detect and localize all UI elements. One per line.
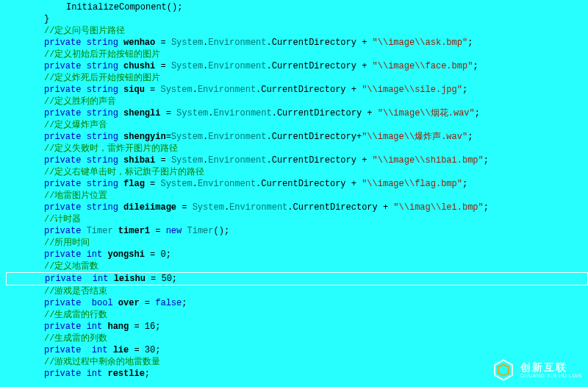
comment: //定义炸死后开始按钮的图片 [44,73,160,83]
code-line: private string shengyin=System.Environme… [0,131,588,143]
comment: //定义初始后开始按钮的图片 [44,49,160,60]
comment: //计时器 [44,214,81,224]
code-line-comment: //定义爆炸声音 [0,119,588,131]
comment: //定义地雷数 [44,261,98,271]
code-line: private int yongshi = 0; [0,249,588,260]
code-line-comment: //生成雷的行数 [0,309,588,321]
code-line-comment: //生成雷的列数 [0,333,588,344]
code-text: InitializeComponent(); [66,2,182,13]
code-snippet-view: InitializeComponent(); } //定义问号图片路径 priv… [0,0,588,387]
code-line-comment: //定义胜利的声音 [0,96,588,107]
comment: //定义右键单击时，标记旗子图片的路径 [44,167,204,177]
comment: //定义胜利的声音 [44,96,116,107]
code-line-comment: //定义初始后开始按钮的图片 [0,49,588,60]
code-line-comment: //定义地雷数 [0,260,588,272]
comment: //游戏是否结束 [44,286,107,297]
code-line: private string shengli = System.Environm… [0,107,588,119]
code-line-comment: //定义问号图片路径 [0,25,588,37]
code-line: private int lie = 30; [0,344,588,356]
code-line-comment: //游戏过程中剩余的地雷数量 [0,356,588,368]
code-line: private string chushi = System.Environme… [0,60,588,72]
string-literal: "\\image\\ask.bmp" [373,38,468,48]
comment: //游戏过程中剩余的地雷数量 [44,357,160,367]
comment: //定义失败时，雷炸开图片的路径 [44,143,178,154]
class-name: Environment [208,38,266,48]
code-line-comment: //定义炸死后开始按钮的图片 [0,72,588,84]
comment: //定义问号图片路径 [44,26,125,36]
comment: //地雷图片位置 [44,191,107,201]
code-line-comment: //地雷图片位置 [0,190,588,202]
code-line: private Timer timer1 = new Timer(); [0,225,588,237]
code-line: private int restlie; [0,368,588,380]
code-line: private string shibai = System.Environme… [0,155,588,166]
keyword: private [44,38,81,48]
code-line: private string flag = System.Environment… [0,178,588,190]
code-line: private string siqu = System.Environment… [0,84,588,96]
identifier: wenhao [123,38,155,48]
code-line-comment: //所用时间 [0,237,588,249]
code-text: } [44,14,49,24]
code-line: private string dileiimage = System.Envir… [0,202,588,213]
code-line-comment: //计时器 [0,213,588,225]
keyword: string [87,38,118,48]
code-line-highlighted: private int leishu = 50; [6,272,588,285]
code-line-comment: //定义右键单击时，标记旗子图片的路径 [0,166,588,178]
comment: //所用时间 [44,238,90,248]
code-line: private string wenhao = System.Environme… [0,37,588,49]
code-line: } [0,13,588,25]
comment: //生成雷的行数 [44,310,107,320]
code-line-comment: //定义失败时，雷炸开图片的路径 [0,143,588,155]
class-name: System [171,38,203,48]
code-line: InitializeComponent(); [0,1,588,13]
code-line-comment: //游戏是否结束 [0,285,588,297]
property: CurrentDirectory [272,38,356,48]
code-line: private bool over = false; [0,297,588,309]
comment: //定义爆炸声音 [44,120,107,130]
code-line: private int hang = 16; [0,321,588,333]
comment: //生成雷的列数 [44,333,107,344]
